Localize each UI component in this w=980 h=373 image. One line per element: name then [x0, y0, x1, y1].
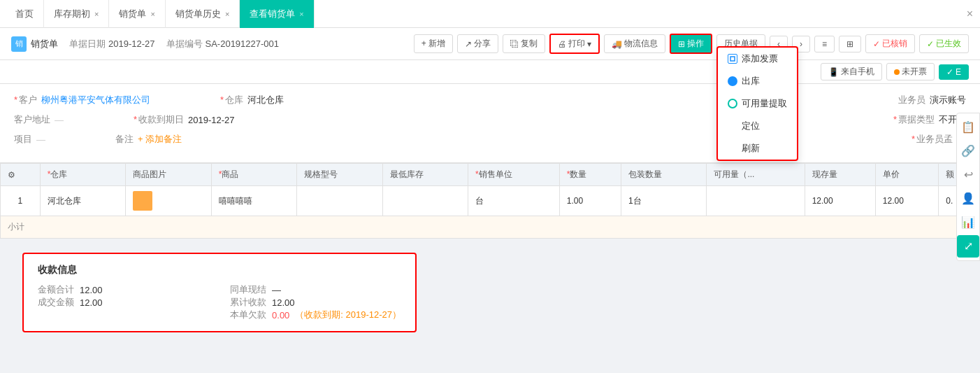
add-note-button[interactable]: 添加备注 [138, 133, 182, 146]
addr-field: 客户地址 — [14, 113, 64, 126]
window-close-button[interactable]: × [967, 8, 973, 20]
not-opened-button[interactable]: 未开票 [886, 63, 935, 80]
doc-type-icon: 销 [11, 36, 27, 52]
addr-label: 客户地址 [14, 113, 50, 126]
menu-item-locate[interactable]: 定位 [718, 115, 797, 137]
addr-value: — [55, 115, 64, 125]
from-phone-button[interactable]: 📱 来自手机 [821, 63, 882, 80]
cancel-status-button[interactable]: ✓ 已核销 [865, 34, 915, 53]
form-area: 客户 柳州粤港平安气体有限公司 仓库 河北仓库 业务员 演示账号 客户地址 — … [0, 84, 980, 163]
phone-icon: 📱 [828, 67, 839, 77]
table-header-row: ⚙ *仓库 商品图片 *商品 规格型号 最低库存 *销售单位 *数量 包装数量 … [1, 164, 980, 186]
customer-label: 客户 [14, 94, 37, 106]
project-value: — [36, 134, 45, 145]
product-image [133, 191, 152, 211]
customer-value[interactable]: 柳州粤港平安气体有限公司 [41, 94, 150, 106]
col-min-stock: 最低库存 [382, 164, 468, 186]
view-list-button[interactable]: ≡ [814, 36, 835, 52]
row-num: 1 [1, 186, 41, 216]
warehouse-field: 仓库 河北仓库 [220, 94, 284, 106]
menu-item-outbound[interactable]: 出库 [718, 70, 797, 92]
row-product: 嘻嘻嘻嘻 [211, 186, 296, 216]
table-row: 1 河北仓库 嘻嘻嘻嘻 台 1.00 1台 12.00 12.00 0. [1, 186, 980, 216]
info-left-col: 金额合计 12.00 成交金额 12.00 [38, 283, 209, 321]
table-wrapper: ⚙ *仓库 商品图片 *商品 规格型号 最低库存 *销售单位 *数量 包装数量 … [0, 163, 980, 239]
sidebar-icon-4[interactable]: 👤 [957, 188, 979, 210]
tab-view-sales[interactable]: 查看销货单 × [240, 0, 314, 28]
due-date-label: 收款到期日 [134, 113, 184, 126]
status-dot-orange [894, 69, 900, 75]
sidebar-icon-3[interactable]: ↩ [957, 164, 979, 186]
warehouse-label: 仓库 [220, 94, 243, 106]
doc-number-field: 单据编号 SA-20191227-001 [166, 38, 280, 50]
menu-item-available-extract[interactable]: 可用量提取 [718, 92, 797, 115]
tab-close-sales[interactable]: × [150, 10, 154, 18]
col-unit-price: 单价 [875, 164, 939, 186]
staff2-label: 业务员孟 [911, 133, 953, 146]
col-sales-unit: *销售单位 [468, 164, 560, 186]
check-icon: ✓ [873, 39, 880, 49]
staff-field: 业务员 演示账号 [898, 94, 966, 106]
tab-close-view[interactable]: × [299, 10, 303, 18]
project-label: 项目 [14, 133, 32, 146]
col-warehouse: *仓库 [40, 164, 125, 186]
col-spec: 规格型号 [297, 164, 382, 186]
doc-header: 销 销货单 单据日期 2019-12-27 单据编号 SA-20191227-0… [0, 28, 980, 60]
cumulative-receipt-row: 累计收款 12.00 [230, 296, 401, 309]
logistics-button[interactable]: 🚚 物流信息 [604, 34, 665, 53]
menu-item-refresh[interactable]: 刷新 [718, 137, 797, 160]
sidebar-icon-2[interactable]: 🔗 [957, 140, 979, 162]
transaction-amount-row: 成交金额 12.00 [38, 296, 209, 309]
doc-title-area: 销 销货单 [11, 36, 58, 52]
print-icon: 🖨 [558, 39, 566, 49]
row-pack-qty: 1台 [621, 186, 706, 216]
share-button[interactable]: ↗ 分享 [457, 34, 498, 53]
row-available [707, 186, 805, 216]
due-date-field: 收款到期日 2019-12-27 [134, 113, 235, 126]
svg-rect-0 [730, 57, 735, 61]
col-settings: ⚙ [1, 164, 41, 186]
tab-sales-history[interactable]: 销货单历史 × [166, 0, 240, 28]
doc-date-field: 单据日期 2019-12-27 [69, 38, 155, 50]
row-spec [297, 186, 382, 216]
payment-info-box: 收款信息 金额合计 12.00 成交金额 12.00 同单现结 — [22, 253, 417, 332]
note-field: 备注 添加备注 [115, 133, 182, 146]
menu-item-add-invoice[interactable]: 添加发票 [718, 48, 797, 70]
tab-close-history[interactable]: × [225, 10, 229, 18]
view-grid-button[interactable]: ⊞ [839, 36, 861, 52]
sidebar-icon-1[interactable]: 📋 [957, 116, 979, 139]
new-button[interactable]: + 新增 [414, 34, 453, 53]
staff-label: 业务员 [898, 94, 925, 106]
form-row-3: 项目 — 备注 添加备注 业务员孟 — [14, 133, 966, 146]
operate-button[interactable]: ⊞ 操作 [670, 34, 712, 54]
col-quantity: *数量 [559, 164, 621, 186]
row-warehouse: 河北仓库 [40, 186, 125, 216]
row-stock: 12.00 [805, 186, 875, 216]
balance-due-row: 本单欠款 0.00 （收款到期: 2019-12-27） [230, 309, 401, 321]
copy-button[interactable]: ⿻ 复制 [503, 34, 545, 53]
tab-inventory-init[interactable]: 库存期初 × [44, 0, 109, 28]
confirm-button[interactable]: ✓ E [939, 64, 969, 80]
share-icon: ↗ [465, 39, 472, 49]
print-dropdown-arrow: ▾ [587, 39, 591, 49]
effective-icon: ✓ [927, 39, 934, 49]
sidebar-icon-expand[interactable]: ⤢ [957, 235, 979, 258]
effective-status-button[interactable]: ✓ 已生效 [919, 34, 969, 53]
subtotal-label: 小计 [1, 216, 980, 239]
col-stock: 现存量 [805, 164, 875, 186]
staff-value: 演示账号 [930, 94, 966, 106]
tab-close-inventory[interactable]: × [94, 10, 99, 18]
right-sidebar: 📋 🔗 ↩ 👤 📊 ⤢ [956, 113, 980, 261]
sidebar-icon-5[interactable]: 📊 [957, 211, 979, 234]
col-available: 可用量（... [707, 164, 805, 186]
doc-actions: + 新增 ↗ 分享 ⿻ 复制 🖨 打印 ▾ 🚚 物流信息 ⊞ 操作 [414, 34, 969, 54]
outbound-icon [728, 76, 737, 86]
total-amount-row: 金额合计 12.00 [38, 283, 209, 296]
tab-home[interactable]: 首页 [6, 0, 44, 28]
tab-sales-order[interactable]: 销货单 × [109, 0, 165, 28]
toolbar2: 📱 来自手机 未开票 ✓ E [0, 60, 980, 84]
row-sales-unit: 台 [468, 186, 560, 216]
available-extract-icon [728, 99, 737, 108]
print-button[interactable]: 🖨 打印 ▾ [549, 34, 600, 54]
tab-bar: 首页 库存期初 × 销货单 × 销货单历史 × 查看销货单 × × [0, 0, 980, 28]
